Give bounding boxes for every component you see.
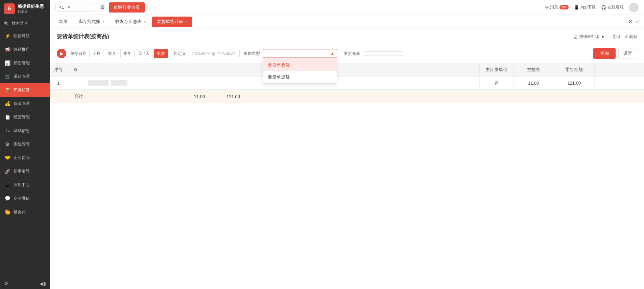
sidebar-item-vip[interactable]: 👑 畅会员	[0, 205, 50, 219]
page-header: 要货单统计表(按商品) 🖨 按模板打印 ▼ ↓ 导出 ↺ 刷新	[50, 28, 644, 44]
nav-icon-wechat: 💬	[4, 195, 11, 202]
nav-icon-marketing: 📢	[4, 46, 11, 53]
messages-btn[interactable]: ✉ 消息 99+	[545, 4, 569, 10]
sidebar-item-operations[interactable]: 📋 经营管理	[0, 110, 50, 124]
tab-receipt-summary-close[interactable]: ×	[144, 20, 146, 24]
print-btn[interactable]: 🖨 按模板打印 ▼	[574, 34, 605, 40]
row-seq: 1	[50, 76, 67, 90]
tab-receipt-summary[interactable]: 收发存汇总表 ×	[111, 17, 150, 27]
date-this-year-btn[interactable]: 本年	[120, 49, 135, 58]
sidebar-item-basics[interactable]: 🗂 基础信息	[0, 124, 50, 137]
col-header-unit: 主计量单位	[479, 63, 513, 76]
tab-expand-btn[interactable]: ⤢	[636, 18, 640, 25]
nav-icon-sales: 📊	[4, 60, 11, 66]
tab-order-stats[interactable]: 要货单统计表 ×	[152, 17, 192, 27]
main-area: 41 ▼ ⚙ 体验行业方案 ✉ 消息 99+ 📱 App下载 🎧 在线客服	[50, 0, 644, 289]
sidebar-item-enterprise[interactable]: 🤝 企业协同	[0, 151, 50, 164]
online-service-btn[interactable]: 🎧 在线客服	[601, 4, 624, 10]
nav-label-inventory: 库存核算	[14, 87, 30, 93]
print-btn-label: 按模板打印	[579, 34, 599, 40]
date-more-btn[interactable]: 更多	[154, 49, 168, 58]
warehouse-select[interactable]	[363, 51, 403, 55]
online-service-label: 在线客服	[607, 4, 624, 10]
topbar: 41 ▼ ⚙ 体验行业方案 ✉ 消息 99+ 📱 App下载 🎧 在线客服	[50, 0, 644, 15]
col-header-seq: 序号	[50, 63, 67, 76]
footer-qty: 11.00	[183, 94, 216, 99]
app-edition: 标准版	[18, 9, 44, 14]
trial-btn[interactable]: 体验行业方案	[109, 2, 145, 13]
sidebar-item-sales[interactable]: 📊 销售管理	[0, 56, 50, 70]
refresh-btn[interactable]: ↺ 刷新	[624, 34, 637, 40]
sidebar-item-marketing[interactable]: 📢 营销推广	[0, 43, 50, 56]
type-select-input[interactable]	[263, 49, 337, 58]
type-select-chevron: ▲	[330, 51, 334, 56]
filter-bar: ▶ 单据日期 上月 本月 本年 近7天 更多 自定义 2023-05-06 至 …	[50, 44, 644, 63]
sidebar-search-label: 搜索菜单	[12, 21, 28, 26]
row-qty: 11.00	[513, 76, 554, 90]
sidebar-item-purchase[interactable]: 🛒 采购管理	[0, 70, 50, 83]
nav-label-enterprise: 企业协同	[14, 155, 30, 161]
export-btn[interactable]: ↓ 导出	[609, 34, 620, 40]
app-logo-text: 畅捷通好生意 标准版	[18, 3, 44, 14]
tab-inventory-batch-label: 库存批次账	[78, 19, 100, 25]
table-body: 1 块 11.00	[50, 76, 644, 90]
store-name: 41	[59, 5, 64, 10]
settings-btn[interactable]: 设置	[618, 48, 637, 59]
page-title: 要货单统计表(按商品)	[57, 33, 109, 40]
user-avatar[interactable]	[629, 3, 639, 12]
nav-label-finance: 资金管理	[14, 101, 30, 107]
tab-order-stats-close[interactable]: ×	[185, 20, 187, 24]
sidebar-item-wechat[interactable]: 💬 企业微信	[0, 192, 50, 205]
col-header-amount: 零售金额	[554, 63, 594, 76]
date-7days-btn[interactable]: 近7天	[136, 49, 152, 58]
nav-icon-inventory: 📦	[4, 87, 11, 93]
col-header-settings[interactable]: ⚙	[67, 63, 84, 76]
nav-label-vip: 畅会员	[14, 209, 26, 215]
product-name-placeholder	[88, 80, 109, 86]
search-icon: 🔍	[4, 21, 9, 26]
print-icon: 🖨	[574, 35, 578, 39]
dropdown-item-purchase-order[interactable]: 要货单要货	[263, 59, 337, 71]
tab-close-all-btn[interactable]: ✕	[628, 18, 633, 25]
sidebar-item-apps[interactable]: 📱 应用中心	[0, 178, 50, 192]
nav-label-system: 系统管理	[14, 141, 30, 147]
sidebar-item-system[interactable]: ⚙ 系统管理	[0, 137, 50, 151]
sidebar-item-quick-nav[interactable]: ⚡ 快捷导航	[0, 29, 50, 43]
sidebar-item-guide[interactable]: 🚀 新手引导	[0, 164, 50, 178]
settings-icon[interactable]: ⚙	[4, 281, 8, 286]
nav-icon-vip: 👑	[4, 208, 11, 215]
app-download-btn[interactable]: 📱 App下载	[574, 4, 596, 10]
date-up-btn[interactable]: 上月	[89, 49, 103, 58]
tab-inventory-batch[interactable]: 库存批次账 ×	[74, 17, 109, 27]
type-filter-section: 单据类型 ▲ 要货单要货 要货单退货	[244, 49, 337, 58]
nav-icon-basics: 🗂	[4, 127, 11, 134]
refresh-icon: ↺	[624, 35, 628, 39]
warehouse-label: 要货仓库	[344, 51, 360, 57]
print-chevron: ▼	[601, 35, 605, 39]
sidebar-item-inventory[interactable]: 📦 库存核算	[0, 83, 50, 97]
table-container: 序号 ⚙ 商品 主计量单位 主数量	[50, 63, 644, 90]
footer-label: 合计	[54, 93, 149, 99]
sidebar-search[interactable]: 🔍 搜索菜单	[0, 18, 50, 29]
query-btn[interactable]: 查询	[593, 48, 616, 59]
sidebar-item-finance[interactable]: 💰 资金管理	[0, 97, 50, 110]
date-custom-btn[interactable]: 自定义	[171, 49, 189, 58]
tab-home-label: 首页	[59, 19, 68, 25]
row-extra	[594, 76, 644, 90]
refresh-btn-label: 刷新	[629, 34, 637, 40]
store-selector-chevron: ▼	[67, 5, 71, 10]
tab-inventory-batch-close[interactable]: ×	[102, 20, 104, 24]
table-row: 1 块 11.00	[50, 76, 644, 90]
topbar-settings-icon[interactable]: ⚙	[100, 4, 105, 10]
nav-icon-purchase: 🛒	[4, 73, 11, 80]
filter-expand-btn[interactable]: ▶	[57, 49, 66, 58]
warehouse-more-btn[interactable]: ···	[406, 51, 410, 56]
nav-label-apps: 应用中心	[14, 182, 30, 188]
nav-icon-finance: 💰	[4, 100, 11, 107]
col-header-qty: 主数量	[513, 63, 554, 76]
date-this-month-btn[interactable]: 本月	[105, 49, 119, 58]
store-selector[interactable]: 41 ▼	[55, 3, 96, 12]
collapse-icon[interactable]: ◀▮	[40, 281, 46, 286]
tab-home[interactable]: 首页	[54, 17, 72, 27]
dropdown-item-purchase-return[interactable]: 要货单退货	[263, 71, 337, 83]
